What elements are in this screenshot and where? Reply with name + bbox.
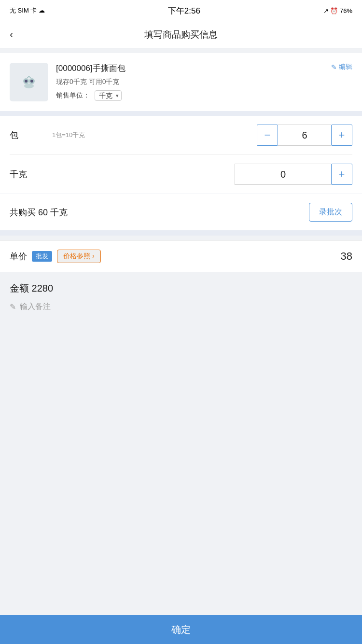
edit-label: 编辑 [339, 63, 352, 71]
summary-prefix: 共购买 [10, 208, 36, 217]
kg-input-row: 千克 + [10, 155, 352, 194]
unit-select[interactable]: 千克 [95, 90, 122, 101]
bao-input-row: 包 1包=10千克 − + [10, 116, 352, 155]
bao-plus-button[interactable]: + [331, 125, 352, 146]
amount-label: 金额 [10, 283, 29, 294]
kg-input-wrap: + [235, 164, 352, 185]
bao-minus-button[interactable]: − [257, 125, 278, 146]
batch-button[interactable]: 录批次 [309, 203, 352, 222]
remark-row[interactable]: ✎ 输入备注 [10, 302, 352, 317]
confirm-button[interactable]: 确定 [0, 615, 362, 644]
price-tag: 批发 [32, 251, 52, 262]
product-unit-row: 销售单位： 千克 [56, 90, 352, 101]
summary-row: 共购买 60 千克 录批次 [0, 194, 362, 231]
price-section: 单价 批发 价格参照 › 38 [0, 240, 362, 272]
bao-stepper: − + [257, 125, 352, 146]
kg-plus-button[interactable]: + [331, 164, 352, 185]
svg-point-3 [30, 80, 33, 83]
product-thumbnail [10, 63, 48, 101]
edit-button[interactable]: ✎ 编辑 [331, 63, 352, 71]
kg-label: 千克 [10, 168, 48, 180]
edit-icon: ✎ [331, 63, 337, 71]
input-section: 包 1包=10千克 − + 千克 + [0, 116, 362, 194]
amount-section: 金额 2280 ✎ 输入备注 [0, 272, 362, 317]
bao-input[interactable] [278, 125, 331, 146]
summary-unit: 千克 [50, 208, 68, 217]
page-title: 填写商品购买信息 [144, 28, 218, 41]
remark-placeholder: 输入备注 [20, 302, 51, 312]
status-left: 无 SIM 卡 ☁ [10, 6, 45, 15]
unit-select-wrap[interactable]: 千克 [95, 90, 122, 101]
price-ref-button[interactable]: 价格参照 › [57, 250, 101, 263]
price-value: 38 [341, 250, 352, 263]
back-button[interactable]: ‹ [10, 28, 13, 41]
separator-2 [0, 231, 362, 236]
kg-stepper: + [235, 164, 352, 185]
price-label: 单价 [10, 251, 27, 262]
summary-text: 共购买 60 千克 [10, 207, 68, 218]
content-filler [0, 317, 362, 462]
nav-bar: ‹ 填写商品购买信息 [0, 21, 362, 48]
product-card: [0000006]手撕面包 现存0千克 可用0千克 销售单位： 千克 ✎ 编辑 [0, 53, 362, 111]
amount-number: 2280 [32, 283, 54, 294]
kg-input[interactable] [235, 164, 331, 185]
remark-icon: ✎ [10, 302, 16, 311]
product-title: [0000006]手撕面包 [56, 63, 352, 74]
separator-1 [0, 111, 362, 116]
summary-qty: 60 [38, 208, 48, 217]
unit-label: 销售单位： [56, 91, 90, 100]
status-bar: 无 SIM 卡 ☁ 下午2:56 ↗ ⏰ 76% [0, 0, 362, 21]
svg-point-2 [25, 80, 28, 83]
product-info: [0000006]手撕面包 现存0千克 可用0千克 销售单位： 千克 [56, 63, 352, 101]
status-right: ↗ ⏰ 76% [323, 7, 352, 14]
bao-label: 包 [10, 129, 48, 141]
status-time: 下午2:56 [168, 5, 200, 16]
amount-row: 金额 2280 [10, 282, 352, 295]
svg-point-4 [24, 84, 34, 88]
product-stock: 现存0千克 可用0千克 [56, 78, 352, 86]
bao-sub-label: 1包=10千克 [52, 131, 257, 140]
